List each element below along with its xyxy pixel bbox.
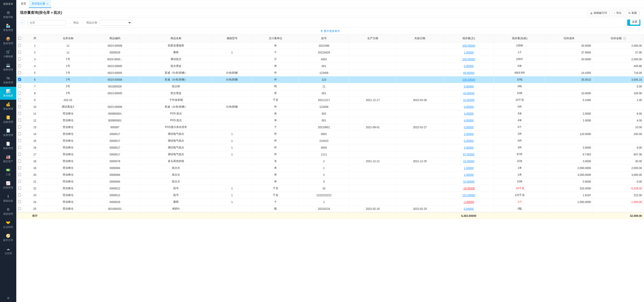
row-checkbox[interactable] xyxy=(16,97,23,103)
tab-inventory-batch[interactable]: 库存批次量✕ xyxy=(29,0,51,8)
sidebar-item-invoice[interactable]: 🧾发票管理 xyxy=(0,126,16,139)
cell-qty_main[interactable]: 0.00000 xyxy=(444,206,494,213)
row-select-checkbox[interactable] xyxy=(18,92,21,94)
category-select[interactable] xyxy=(100,20,132,26)
row-select-checkbox[interactable] xyxy=(18,187,21,190)
row-select-checkbox[interactable] xyxy=(18,71,21,74)
cell-qty_main[interactable]: 4.00000 xyxy=(444,117,494,124)
cell-qty_main[interactable]: 10.00000 xyxy=(444,97,494,103)
qty-link[interactable]: 2.00000 xyxy=(464,132,474,136)
row-select-checkbox[interactable] xyxy=(18,85,21,88)
cell-qty_main[interactable]: 2.00000 xyxy=(444,131,494,137)
cell-qty_main[interactable]: 122.00000 xyxy=(444,192,494,199)
qty-link[interactable]: 0.00000 xyxy=(464,126,474,129)
row-checkbox[interactable] xyxy=(16,151,23,158)
cell-qty_main[interactable]: 0.00000 xyxy=(444,63,494,70)
qty-link[interactable]: 1.00000 xyxy=(464,173,474,177)
qty-link[interactable]: 0.00000 xyxy=(464,105,474,108)
sidebar-item-system[interactable]: ⚙系统管理 xyxy=(0,205,16,218)
row-checkbox[interactable] xyxy=(16,124,23,131)
qty-link[interactable]: 100.00000 xyxy=(462,78,475,81)
row-select-checkbox[interactable] xyxy=(18,78,21,81)
row-checkbox[interactable] xyxy=(16,131,23,137)
row-select-checkbox[interactable] xyxy=(18,98,21,101)
cell-qty_main[interactable]: 0.00000 xyxy=(444,83,494,90)
row-checkbox[interactable] xyxy=(16,144,23,151)
qty-link[interactable]: -16.00000 xyxy=(462,187,475,190)
qty-link[interactable]: 1.00000 xyxy=(464,51,474,54)
refresh-button[interactable]: ↻刷新 xyxy=(626,10,640,16)
row-select-checkbox[interactable] xyxy=(18,132,21,135)
row-checkbox[interactable] xyxy=(16,117,23,124)
row-select-checkbox[interactable] xyxy=(18,119,21,122)
qty-link[interactable]: 10.00000 xyxy=(463,92,474,95)
cell-qty_main[interactable]: 1.00000 xyxy=(444,49,494,56)
settings-button[interactable]: 设置 xyxy=(630,19,640,25)
cell-qty_main[interactable]: 100.00000 xyxy=(444,56,494,63)
row-select-checkbox[interactable] xyxy=(18,58,21,61)
cell-qty_main[interactable]: 10.00000 xyxy=(444,178,494,185)
row-checkbox[interactable] xyxy=(16,178,23,185)
cell-qty_main[interactable]: 100.00000 xyxy=(444,76,494,83)
qty-link[interactable]: 100.00000 xyxy=(462,58,475,61)
row-select-checkbox[interactable] xyxy=(18,207,21,210)
amount-info-icon[interactable]: i xyxy=(623,37,626,40)
cell-qty_main[interactable]: -1.00000 xyxy=(444,199,494,206)
filter-nav-arrow[interactable]: ＞ xyxy=(20,20,25,25)
row-checkbox[interactable] xyxy=(16,172,23,178)
tab-close-inventory-batch[interactable]: ✕ xyxy=(46,3,48,5)
sidebar-item-ecom[interactable]: 💻电商管理 xyxy=(0,61,16,74)
row-select-checkbox[interactable] xyxy=(18,64,21,67)
row-checkbox[interactable] xyxy=(16,165,23,172)
cell-qty_main[interactable]: 10.00000 xyxy=(444,90,494,97)
cell-qty_main[interactable]: 49.60000 xyxy=(444,70,494,76)
cell-qty_main[interactable]: 0.00000 xyxy=(444,103,494,110)
sidebar-item-payroll[interactable]: 💵工资 xyxy=(0,166,16,179)
cell-qty_main[interactable]: 100.00000 xyxy=(444,42,494,49)
warehouse-filter[interactable] xyxy=(28,20,66,25)
row-checkbox[interactable] xyxy=(16,90,23,97)
row-select-checkbox[interactable] xyxy=(18,166,21,169)
cell-qty_main[interactable]: 1.00000 xyxy=(444,172,494,178)
sidebar-item-inventory[interactable]: 📊库存核算 xyxy=(0,87,16,100)
row-checkbox[interactable] xyxy=(16,192,23,199)
cell-qty_main[interactable]: 87.00000 xyxy=(444,151,494,158)
sidebar-settings-btn[interactable]: ⚙ xyxy=(0,294,16,302)
qty-link[interactable]: 1.00000 xyxy=(464,167,474,170)
row-checkbox[interactable] xyxy=(16,83,23,90)
qty-link[interactable]: -1.00000 xyxy=(464,201,474,204)
qty-link[interactable]: 122.00000 xyxy=(462,194,475,197)
qty-link[interactable]: 0.00000 xyxy=(464,139,474,142)
cell-qty_main[interactable]: 3.00000 xyxy=(444,144,494,151)
row-select-checkbox[interactable] xyxy=(18,139,21,142)
export-button[interactable]: ↑导出 xyxy=(612,10,624,16)
sidebar-item-mini-ecom[interactable]: 🛒小额电商 xyxy=(0,48,16,61)
row-checkbox[interactable] xyxy=(16,185,23,192)
sidebar-item-collab[interactable]: 🤝企业协同 xyxy=(0,218,16,231)
qty-link[interactable]: 10.00000 xyxy=(463,180,474,183)
row-checkbox[interactable] xyxy=(16,63,23,70)
cell-qty_main[interactable]: -16.00000 xyxy=(444,185,494,192)
row-checkbox[interactable] xyxy=(16,158,23,165)
row-select-checkbox[interactable] xyxy=(18,105,21,108)
qty-link[interactable]: 87.00000 xyxy=(463,153,474,156)
sidebar-item-purchase[interactable]: 🛍采购管理 xyxy=(0,74,16,87)
row-select-checkbox[interactable] xyxy=(18,125,21,128)
row-checkbox[interactable] xyxy=(16,199,23,206)
sidebar-item-finance[interactable]: 💰资金管理 xyxy=(0,100,16,113)
row-select-checkbox[interactable] xyxy=(18,44,21,47)
cell-qty_main[interactable]: 1.00000 xyxy=(444,165,494,172)
qty-link[interactable]: 3.00000 xyxy=(464,146,474,149)
sidebar-item-guide[interactable]: 🧭新手引导 xyxy=(0,231,16,244)
sidebar-search[interactable]: 搜索菜单 xyxy=(0,0,16,8)
cell-qty_main[interactable]: 10.00000 xyxy=(444,158,494,165)
print-button[interactable]: 🖨按模板打印 xyxy=(588,10,610,16)
sidebar-item-retail[interactable]: 🏪零售管理 xyxy=(0,21,16,35)
cell-qty_main[interactable]: 0.00000 xyxy=(444,137,494,144)
sidebar-item-tax[interactable]: 📑税务管理 xyxy=(0,139,16,153)
row-select-checkbox[interactable] xyxy=(18,194,21,196)
tab-home[interactable]: 首页 xyxy=(18,0,29,8)
row-select-checkbox[interactable] xyxy=(18,112,21,115)
row-select-checkbox[interactable] xyxy=(18,153,21,156)
row-select-checkbox[interactable] xyxy=(18,51,21,54)
